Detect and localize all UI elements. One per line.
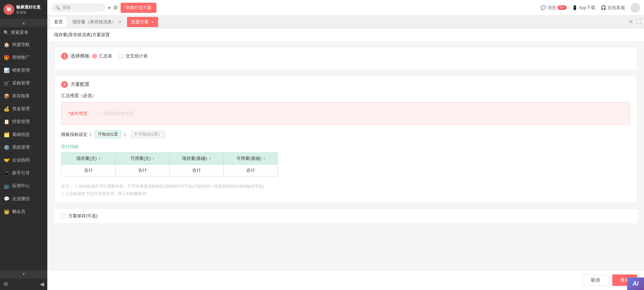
tab-inventory-close-icon[interactable]: ✕ <box>118 20 122 24</box>
tip1: 提示： 1.拖动标题栏可以调整布局，不可跨维度或指标区域拖动栏目字段(只能在同一… <box>61 183 630 190</box>
sidebar-item-label: 畅会员 <box>12 209 25 215</box>
sidebar-item-label: 企业协同 <box>12 157 30 163</box>
sidebar-item-quick-nav[interactable]: 🏠 快捷导航 <box>0 38 47 51</box>
tv-icon: 📺 <box>3 183 9 189</box>
indicator-draggable-badge: 可拖动位置 <box>95 130 121 138</box>
stats-col1-aggregation: 合计 <box>84 167 93 173</box>
sidebar-item-inventory[interactable]: 📦 库存核算 <box>0 90 47 102</box>
gear-icon: ⚙️ <box>3 144 9 150</box>
sidebar-scroll-down[interactable]: ▼ <box>0 270 47 278</box>
stats-col3-label: 现存量(基辅) <box>182 155 207 162</box>
step2-header: 2 方案配置 <box>61 81 630 88</box>
settings-icon[interactable]: ⚙ <box>3 281 8 287</box>
cancel-button[interactable]: 取消 <box>583 274 608 286</box>
radio-cross-label: 交叉统计表 <box>126 53 148 59</box>
crown-icon: 👑 <box>3 209 9 215</box>
sidebar-item-label: 采购管理 <box>12 80 30 86</box>
stats-col2-header[interactable]: 可用量(主) ▾ <box>116 153 170 164</box>
customer-service-button[interactable]: 🎧 在线客服 <box>601 5 625 11</box>
topbar-search[interactable]: 🔍 搜索 <box>51 3 105 12</box>
collapse-icon[interactable]: ◀ <box>40 281 44 287</box>
sidebar-nav: 🔍 搜索菜单 🏠 快捷导航 🎁 营销推广 📊 销售管理 🛒 采购管理 📦 库存核… <box>0 27 47 270</box>
cart-icon: 🛒 <box>3 80 9 86</box>
tab-new-scheme-label: 新建方案 <box>131 19 149 25</box>
tip-title: 提示： <box>61 183 73 190</box>
step1-title: 选择模板 <box>71 53 90 59</box>
search-icon: 🔍 <box>55 5 60 10</box>
user-avatar[interactable] <box>630 3 640 13</box>
clipboard-icon: 📋 <box>3 119 9 125</box>
radio-group-template: 汇总表 交叉统计表 <box>92 53 148 59</box>
indicator-settings: 模板指标设定（ 可拖动位置 ） 不可拖动位置） <box>61 130 630 138</box>
dimension-area[interactable]: *纵向维度 —— 请选择分组维度 <box>61 102 630 125</box>
sidebar-item-base[interactable]: 🗂️ 基础信息 <box>0 128 47 141</box>
sidebar-item-operations[interactable]: 📋 经营管理 <box>0 115 47 128</box>
app-download-button[interactable]: 📱 App下载 <box>572 5 595 11</box>
sidebar-item-purchase[interactable]: 🛒 采购管理 <box>0 77 47 90</box>
sidebar-scroll-up[interactable]: ▲ <box>0 19 47 27</box>
tabbar: 首页 现存量（库存状况表） ✕ 新建方案 ✕ ✕ ⛶ <box>47 16 644 28</box>
app-tag: 标准版 <box>16 10 41 15</box>
messages-button[interactable]: 💬 消息 99+ <box>541 5 567 11</box>
tab-new-scheme[interactable]: 新建方案 ✕ <box>127 17 158 27</box>
footer-bar: 取消 查询 <box>47 270 644 290</box>
topbar-settings-icon[interactable]: ⚙ <box>113 4 118 11</box>
sidebar-item-apps[interactable]: 📺 应用中心 <box>0 179 47 192</box>
topbar-right: 💬 消息 99+ 📱 App下载 🎧 在线客服 <box>541 3 640 13</box>
search-placeholder: 搜索 <box>63 5 71 10</box>
chevron-down-icon: ▾ <box>153 157 154 161</box>
close-window-icon[interactable]: ✕ <box>629 19 633 25</box>
dimension-label: 汇总维度（必选） <box>61 93 630 99</box>
tip2-text: 2. 点击标题栏下拉可设置排序、插入列和删除列 <box>61 190 147 198</box>
trial-industry-button[interactable]: 体验行业方案 <box>121 3 156 13</box>
stats-table: 现存量(主) ▾ 可用量(主) ▾ 现存量(基辅) ▾ <box>61 152 278 176</box>
form-container: 1 选择模板 汇总表 交叉统计表 <box>47 42 644 228</box>
sidebar-item-member[interactable]: 👑 畅会员 <box>0 205 47 218</box>
stats-col1-label: 现存量(主) <box>76 155 97 162</box>
search-icon: 🔍 <box>3 30 9 35</box>
sidebar-item-wechat[interactable]: 💬 企业微信 <box>0 192 47 205</box>
stats-title: 统计指标 <box>61 144 630 150</box>
sidebar-item-marketing[interactable]: 🎁 营销推广 <box>0 51 47 64</box>
money-icon: 💰 <box>3 106 9 112</box>
expand-icon[interactable]: ⛶ <box>636 19 641 25</box>
sidebar-bottom: ⚙ ◀ <box>0 278 47 290</box>
dimension-placeholder: 请选择分组维度 <box>103 111 134 117</box>
stats-col1-header[interactable]: 现存量(主) ▾ <box>61 153 116 164</box>
sidebar-item-finance[interactable]: 💰 资金管理 <box>0 102 47 115</box>
stats-col4-label: 可用量(基辅) <box>237 155 262 162</box>
tab-inventory-status[interactable]: 现存量（库存状况表） ✕ <box>68 17 126 27</box>
sidebar-item-sales[interactable]: 📊 销售管理 <box>0 64 47 77</box>
stats-col3-header[interactable]: 现存量(基辅) ▾ <box>170 153 224 164</box>
tab-inventory-label: 现存量（库存状况表） <box>72 19 116 25</box>
sidebar-item-label: 企业微信 <box>12 196 30 202</box>
tab-window-controls: ✕ ⛶ <box>629 19 641 25</box>
topbar: 🔍 搜索 ▾ ⚙ 体验行业方案 💬 消息 99+ 📱 App下载 🎧 在线客服 <box>47 0 644 16</box>
sidebar-item-system[interactable]: ⚙️ 系统管理 <box>0 141 47 154</box>
topbar-dropdown-icon[interactable]: ▾ <box>108 5 110 10</box>
page-header: 现存量(库存状况表)方案设置 <box>47 28 644 42</box>
sidebar-search[interactable]: 🔍 搜索菜单 <box>0 27 47 38</box>
stats-section: 统计指标 现存量(主) ▾ 可用量(主) ▾ <box>61 144 630 177</box>
stats-col4-header[interactable]: 可用量(基辅) ▾ <box>224 153 278 164</box>
radio-cross-circle <box>119 54 124 58</box>
stats-data-row: 合计 合计 合计 合计 <box>61 164 278 176</box>
tab-home-label: 首页 <box>54 19 63 25</box>
save-checkbox[interactable] <box>61 214 66 218</box>
phone-icon: 📱 <box>572 5 577 10</box>
radio-summary[interactable]: 汇总表 <box>92 53 112 59</box>
sidebar-item-label: 库存核算 <box>12 93 30 99</box>
sidebar-item-guide[interactable]: 📱 新手引导 <box>0 167 47 179</box>
sidebar-item-label: 营销推广 <box>12 54 30 61</box>
messages-label: 消息 <box>547 5 556 11</box>
tab-new-scheme-close-icon[interactable]: ✕ <box>151 20 154 24</box>
sidebar-item-coop[interactable]: 🤝 企业协同 <box>0 154 47 167</box>
sidebar-logo: 畅 畅康通好生意 标准版 <box>0 0 47 19</box>
stats-col3-aggregation: 合计 <box>192 167 201 173</box>
radio-cross[interactable]: 交叉统计表 <box>119 53 148 59</box>
step1-section: 1 选择模板 汇总表 交叉统计表 <box>54 47 637 70</box>
tip1-text: 1.拖动标题栏可以调整布局，不可跨维度或指标区域拖动栏目字段(只能在同一维度或指… <box>75 183 264 190</box>
step2-number: 2 <box>61 81 68 88</box>
stats-col1-data: 合计 <box>61 164 116 176</box>
tab-home[interactable]: 首页 <box>50 17 67 27</box>
